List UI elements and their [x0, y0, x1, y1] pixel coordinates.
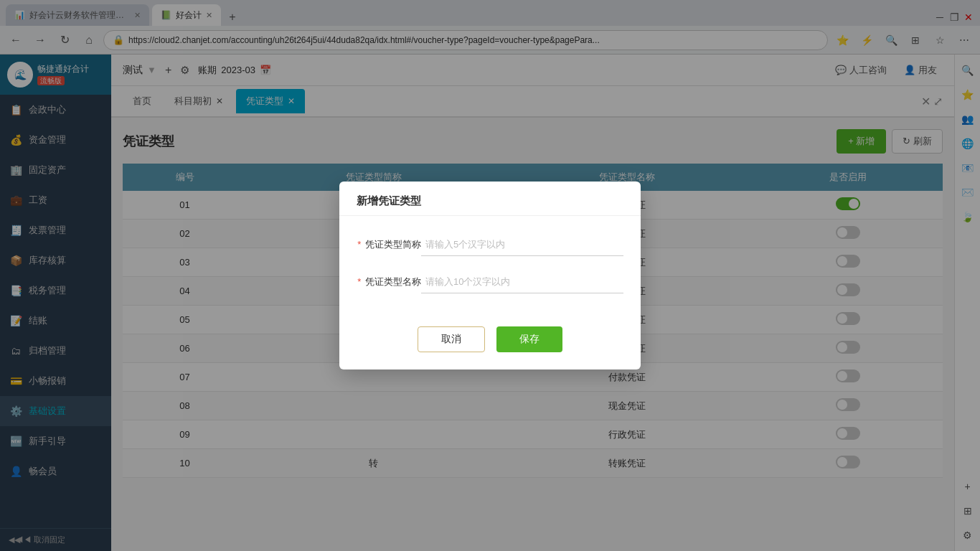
- dialog: 新增凭证类型 * 凭证类型简称 * 凭证类型名称 取消 保存: [339, 182, 641, 369]
- cancel-button[interactable]: 取消: [418, 326, 485, 352]
- dialog-header: 新增凭证类型: [339, 182, 641, 216]
- save-button[interactable]: 保存: [496, 326, 562, 352]
- abbr-required: *: [357, 239, 361, 250]
- dialog-overlay[interactable]: 新增凭证类型 * 凭证类型简称 * 凭证类型名称 取消 保存: [0, 0, 980, 551]
- abbr-label: * 凭证类型简称: [357, 238, 421, 251]
- name-input[interactable]: [421, 270, 623, 293]
- abbr-input[interactable]: [421, 233, 623, 256]
- name-label: * 凭证类型名称: [357, 276, 421, 288]
- name-required: *: [357, 276, 361, 287]
